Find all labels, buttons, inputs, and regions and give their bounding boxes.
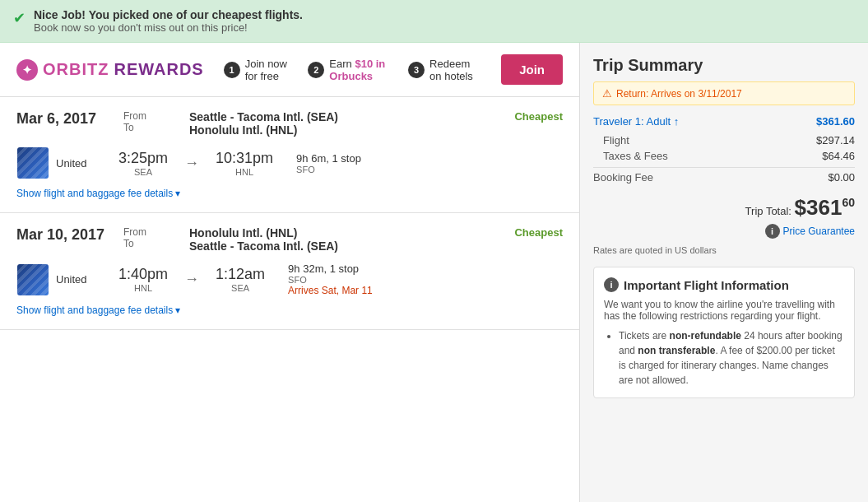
to-label-1: To <box>123 122 189 133</box>
booking-amount: $0.00 <box>828 171 855 184</box>
step-1-label: Join now for free <box>245 58 292 82</box>
cheapest-badge-2: Cheapest <box>514 226 563 239</box>
arrive-code-2: SEA <box>216 283 265 293</box>
rates-note: Rates are quoted in US dollars <box>593 245 855 255</box>
step-2-num: 2 <box>308 62 324 78</box>
price-guarantee[interactable]: i Price Guarantee <box>593 224 855 239</box>
rewards-bar: ✦ ORBITZ REWARDS 1 Join now for free 2 E… <box>0 43 579 97</box>
step-3-num: 3 <box>408 62 425 78</box>
chevron-down-icon-2: ▾ <box>175 304 180 316</box>
depart-time-1: 3:25pm SEA <box>118 150 168 177</box>
warn-triangle-icon: ⚠ <box>602 87 612 100</box>
show-details-link-1[interactable]: Show flight and baggage fee details ▾ <box>16 188 180 199</box>
banner-subtitle: Book now so you don't miss out on this p… <box>34 21 303 34</box>
flight-times-2: 1:40pm HNL → 1:12am SEA 9h 32m, 1 stop S… <box>118 263 373 296</box>
taxes-label: Taxes & Fees <box>603 150 668 162</box>
main-content: ✦ ORBITZ REWARDS 1 Join now for free 2 E… <box>0 43 868 502</box>
depart-time-2: 1:40pm HNL <box>118 266 168 293</box>
right-panel: Trip Summary ⚠ Return: Arrives on 3/11/2… <box>580 43 868 502</box>
segment-2-date: Mar 10, 2017 <box>16 226 123 244</box>
airline-name-1: United <box>56 157 105 170</box>
flight-fee-row: Flight $297.14 <box>593 132 855 148</box>
left-panel: ✦ ORBITZ REWARDS 1 Join now for free 2 E… <box>0 43 580 502</box>
depart-clock-2: 1:40pm <box>118 266 168 283</box>
rewards-logo: ✦ ORBITZ REWARDS <box>16 59 204 81</box>
return-warning: ⚠ Return: Arrives on 3/11/2017 <box>593 81 855 105</box>
airline-name-2: United <box>56 273 105 286</box>
booking-fee-row: Booking Fee $0.00 <box>593 167 855 185</box>
flight-segment-2: Mar 10, 2017 From To Honolulu Intl. (HNL… <box>0 213 579 330</box>
orbitz-wordmark: ORBITZ <box>43 60 109 79</box>
show-details-link-2[interactable]: Show flight and baggage fee details ▾ <box>16 304 180 316</box>
taxes-amount: $64.46 <box>822 150 855 162</box>
to-airport-1: Honolulu Intl. (HNL) <box>189 123 514 137</box>
total-section: Trip Total: $36160 <box>593 195 855 221</box>
cheapest-badge-1: Cheapest <box>514 110 563 123</box>
arrives-note-2: Arrives Sat, Mar 11 <box>288 285 373 296</box>
from-airport-1: Seattle - Tacoma Intl. (SEA) <box>189 110 514 123</box>
step-1: 1 Join now for free <box>224 58 292 82</box>
trip-summary-title: Trip Summary <box>593 56 855 75</box>
flight-fee-amount: $297.14 <box>816 134 855 146</box>
flight-segment-1: Mar 6, 2017 From To Seattle - Tacoma Int… <box>0 97 579 213</box>
arrow-icon-1: → <box>178 155 206 172</box>
segment-1-airports: Seattle - Tacoma Intl. (SEA) Honolulu In… <box>189 110 514 137</box>
booking-label: Booking Fee <box>593 171 653 184</box>
traveler-label[interactable]: Traveler 1: Adult ↑ <box>593 115 679 128</box>
flight-fee-label: Flight <box>603 134 629 146</box>
segment-1-fromto: From To <box>123 110 189 133</box>
banner-text: Nice Job! You picked one of our cheapest… <box>34 8 303 34</box>
arrive-clock-2: 1:12am <box>216 266 265 283</box>
banner-title: Nice Job! You picked one of our cheapest… <box>34 8 303 21</box>
trip-total-amount: $36160 <box>795 195 855 220</box>
depart-clock-1: 3:25pm <box>118 150 168 167</box>
arrive-time-2: 1:12am SEA <box>216 266 265 293</box>
segment-2-header: Mar 10, 2017 From To Honolulu Intl. (HNL… <box>16 226 563 253</box>
important-title: i Important Flight Information <box>604 277 844 292</box>
segment-1-date: Mar 6, 2017 <box>16 110 123 128</box>
rewards-wordmark: REWARDS <box>114 60 203 79</box>
segment-1-details: United 3:25pm SEA → 10:31pm HNL 9h 6m, 1… <box>16 146 563 179</box>
step-2-label: Earn $10 in Orbucks <box>329 58 392 82</box>
important-list-item-1: Tickets are non-refundable 24 hours afte… <box>619 328 844 388</box>
join-button[interactable]: Join <box>501 54 563 85</box>
info-circle-icon: i <box>765 224 780 239</box>
chevron-down-icon-1: ▾ <box>175 188 180 199</box>
segment-2-fromto: From To <box>123 226 189 249</box>
orbitz-icon: ✦ <box>16 59 38 81</box>
step-3-label: Redeem on hotels <box>429 58 481 82</box>
from-label-1: From <box>123 110 189 122</box>
step-3: 3 Redeem on hotels <box>408 58 481 82</box>
top-banner: ✔ Nice Job! You picked one of our cheape… <box>0 0 868 43</box>
airline-logo-inner-1 <box>17 147 49 179</box>
stop-airport-1: SFO <box>296 165 361 174</box>
depart-code-2: HNL <box>118 283 168 293</box>
duration-1: 9h 6m, 1 stop <box>296 152 361 165</box>
important-info-icon: i <box>604 277 619 292</box>
depart-code-1: SEA <box>118 167 168 177</box>
step-2: 2 Earn $10 in Orbucks <box>308 58 392 82</box>
check-icon: ✔ <box>13 9 26 27</box>
arrive-code-1: HNL <box>216 167 273 177</box>
stop-info-2: 9h 32m, 1 stop SFO Arrives Sat, Mar 11 <box>288 263 373 296</box>
segment-2-details: United 1:40pm HNL → 1:12am SEA 9h 32m, 1… <box>16 263 563 296</box>
stop-airport-2: SFO <box>288 275 373 285</box>
segment-1-header: Mar 6, 2017 From To Seattle - Tacoma Int… <box>16 110 563 137</box>
from-airport-2: Honolulu Intl. (HNL) <box>189 226 514 239</box>
arrow-icon-2: → <box>178 271 206 288</box>
step-1-num: 1 <box>224 62 240 78</box>
airline-logo-2 <box>16 263 49 296</box>
airline-logo-inner-2 <box>17 264 49 295</box>
step-2-highlight: $10 in Orbucks <box>329 58 385 82</box>
from-label-2: From <box>123 226 189 238</box>
stop-info-1: 9h 6m, 1 stop SFO <box>296 152 361 174</box>
to-airport-2: Seattle - Tacoma Intl. (SEA) <box>189 239 514 253</box>
taxes-fee-row: Taxes & Fees $64.46 <box>593 148 855 164</box>
traveler-row: Traveler 1: Adult ↑ $361.60 <box>593 115 855 128</box>
flight-times-1: 3:25pm SEA → 10:31pm HNL 9h 6m, 1 stop S… <box>118 150 361 177</box>
segment-2-airports: Honolulu Intl. (HNL) Seattle - Tacoma In… <box>189 226 514 253</box>
arrive-time-1: 10:31pm HNL <box>216 150 273 177</box>
trip-total-label: Trip Total: <box>745 205 791 217</box>
important-info-box: i Important Flight Information We want y… <box>593 267 855 398</box>
airline-logo-1 <box>16 146 49 179</box>
